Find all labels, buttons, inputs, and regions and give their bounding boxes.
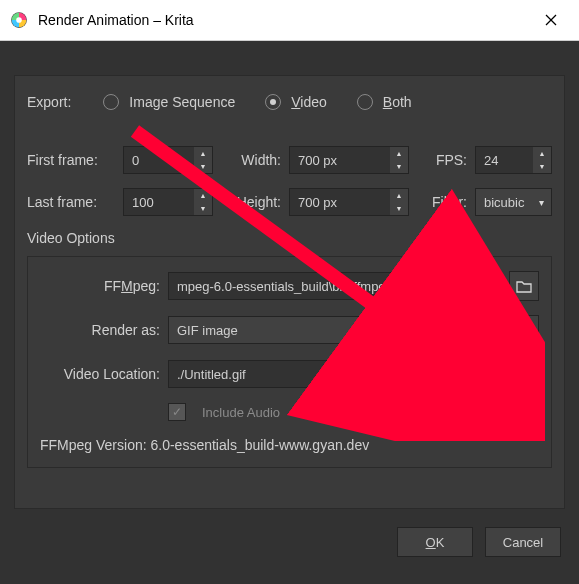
video-location-input[interactable]: ./Untitled.gif bbox=[168, 360, 501, 388]
radio-image-sequence[interactable] bbox=[103, 94, 119, 110]
render-as-combo[interactable]: GIF image bbox=[168, 316, 501, 344]
close-icon bbox=[545, 14, 557, 26]
folder-icon bbox=[516, 279, 532, 293]
spinner-arrows[interactable]: ▲▼ bbox=[390, 147, 408, 173]
spinner-arrows[interactable]: ▲▼ bbox=[194, 147, 212, 173]
radio-image-sequence-label[interactable]: Image Sequence bbox=[129, 94, 235, 110]
filter-combo[interactable]: bicubic bbox=[475, 188, 552, 216]
dialog-buttons: OK Cancel bbox=[14, 527, 565, 557]
svg-point-1 bbox=[16, 17, 22, 23]
render-animation-dialog: Render Animation – Krita Export: Image S… bbox=[0, 0, 579, 584]
include-audio-row: ✓ Include Audio bbox=[40, 403, 539, 421]
render-as-options-button[interactable]: … bbox=[509, 315, 539, 345]
close-button[interactable] bbox=[531, 0, 571, 40]
radio-video[interactable] bbox=[265, 94, 281, 110]
radio-both[interactable] bbox=[357, 94, 373, 110]
filter-label: Filter: bbox=[417, 194, 467, 210]
fps-label: FPS: bbox=[417, 152, 467, 168]
radio-both-label[interactable]: Both bbox=[383, 94, 412, 110]
krita-icon bbox=[10, 11, 28, 29]
cancel-button[interactable]: Cancel bbox=[485, 527, 561, 557]
render-as-label: Render as: bbox=[40, 322, 160, 338]
first-frame-value: 0 bbox=[132, 153, 139, 168]
height-input[interactable]: 700 px ▲▼ bbox=[289, 188, 409, 216]
ffmpeg-version-row: FFMpeg Version: 6.0-essentials_build-www… bbox=[40, 437, 539, 453]
video-options-box: FFMpeg: mpeg-6.0-essentials_build\bin\ff… bbox=[27, 256, 552, 468]
ffmpeg-version-value: 6.0-essentials_build-www.gyan.dev bbox=[151, 437, 370, 453]
ellipsis-icon: … bbox=[518, 323, 531, 338]
include-audio-label: Include Audio bbox=[202, 405, 280, 420]
export-row: Export: Image Sequence Video Both bbox=[27, 94, 552, 110]
width-input[interactable]: 700 px ▲▼ bbox=[289, 146, 409, 174]
video-options-label: Video Options bbox=[27, 230, 552, 246]
ffmpeg-label: FFMpeg: bbox=[40, 278, 160, 294]
ffmpeg-row: FFMpeg: mpeg-6.0-essentials_build\bin\ff… bbox=[40, 271, 539, 301]
height-label: Height: bbox=[221, 194, 281, 210]
height-value: 700 px bbox=[298, 195, 337, 210]
fps-value: 24 bbox=[484, 153, 498, 168]
ffmpeg-path-input[interactable]: mpeg-6.0-essentials_build\bin\ffmpeg.exe bbox=[168, 272, 501, 300]
ffmpeg-browse-button[interactable] bbox=[509, 271, 539, 301]
client-area: Export: Image Sequence Video Both First … bbox=[0, 41, 579, 584]
window-title: Render Animation – Krita bbox=[38, 12, 531, 28]
first-frame-label: First frame: bbox=[27, 152, 115, 168]
frame-size-grid: First frame: 0 ▲▼ Width: 700 px ▲▼ FPS: … bbox=[27, 146, 552, 216]
radio-video-label[interactable]: Video bbox=[291, 94, 327, 110]
render-as-row: Render as: GIF image … bbox=[40, 315, 539, 345]
ffmpeg-version-label: FFMpeg Version: bbox=[40, 437, 147, 453]
render-as-value: GIF image bbox=[177, 323, 238, 338]
last-frame-label: Last frame: bbox=[27, 194, 115, 210]
first-frame-input[interactable]: 0 ▲▼ bbox=[123, 146, 213, 174]
main-panel: Export: Image Sequence Video Both First … bbox=[14, 75, 565, 509]
video-location-label: Video Location: bbox=[40, 366, 160, 382]
video-location-row: Video Location: ./Untitled.gif bbox=[40, 359, 539, 389]
titlebar: Render Animation – Krita bbox=[0, 0, 579, 41]
include-audio-checkbox[interactable]: ✓ bbox=[168, 403, 186, 421]
ok-button[interactable]: OK bbox=[397, 527, 473, 557]
spinner-arrows[interactable]: ▲▼ bbox=[533, 147, 551, 173]
export-label: Export: bbox=[27, 94, 71, 110]
spinner-arrows[interactable]: ▲▼ bbox=[390, 189, 408, 215]
last-frame-value: 100 bbox=[132, 195, 154, 210]
video-location-browse-button[interactable] bbox=[509, 359, 539, 389]
width-label: Width: bbox=[221, 152, 281, 168]
last-frame-input[interactable]: 100 ▲▼ bbox=[123, 188, 213, 216]
spinner-arrows[interactable]: ▲▼ bbox=[194, 189, 212, 215]
width-value: 700 px bbox=[298, 153, 337, 168]
fps-input[interactable]: 24 ▲▼ bbox=[475, 146, 552, 174]
filter-value: bicubic bbox=[484, 195, 524, 210]
folder-icon bbox=[516, 367, 532, 381]
